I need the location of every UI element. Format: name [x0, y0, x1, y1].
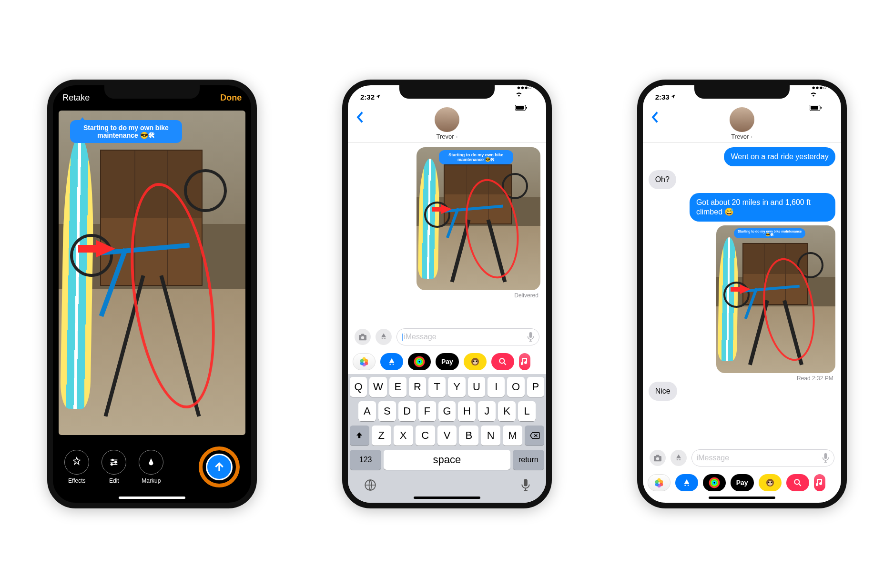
key-n[interactable]: N — [481, 426, 500, 446]
activity-app-button[interactable] — [703, 474, 726, 491]
camera-button[interactable] — [650, 450, 666, 466]
contact-name[interactable]: Trevor › — [731, 133, 752, 140]
sent-photo-message[interactable]: Starting to do my own bike maintenance 😎… — [716, 225, 835, 373]
key-shift[interactable] — [350, 426, 369, 446]
key-h[interactable]: H — [458, 401, 476, 421]
home-indicator[interactable] — [414, 497, 480, 499]
markup-button[interactable]: Markup — [139, 450, 163, 484]
dictation-keyboard-button[interactable] — [521, 479, 530, 491]
photo-thumbnail: Starting to do my own bike maintenance 😎… — [417, 147, 540, 290]
app-drawer-button[interactable] — [670, 450, 687, 466]
photo-caption-text: Starting to do my own bike maintenance 😎… — [738, 230, 802, 236]
back-button[interactable] — [356, 111, 364, 123]
key-v[interactable]: V — [437, 426, 457, 446]
svg-point-0 — [112, 459, 114, 461]
key-t[interactable]: T — [428, 377, 446, 397]
send-button[interactable] — [206, 454, 233, 480]
effects-button[interactable]: Effects — [64, 450, 89, 484]
key-return[interactable]: return — [513, 450, 544, 470]
contact-avatar[interactable] — [730, 107, 754, 132]
retake-button[interactable]: Retake — [62, 93, 90, 103]
photos-app-button[interactable] — [648, 474, 670, 491]
key-delete[interactable] — [525, 426, 544, 446]
key-g[interactable]: G — [438, 401, 456, 421]
read-receipt: Read 2:32 PM — [797, 375, 835, 382]
sent-message[interactable]: Went on a rad ride yesterday — [724, 147, 835, 166]
photos-app-button[interactable] — [353, 353, 376, 370]
key-i[interactable]: I — [488, 377, 505, 397]
photo-caption-bubble[interactable]: Starting to do my own bike maintenance 😎… — [70, 120, 182, 143]
svg-point-19 — [473, 361, 474, 362]
send-button-highlight — [199, 446, 240, 487]
key-u[interactable]: U — [468, 377, 485, 397]
received-message[interactable]: Oh? — [649, 170, 676, 189]
apple-pay-button[interactable]: Pay — [436, 353, 459, 370]
emoji-keyboard-button[interactable] — [364, 479, 376, 491]
notch — [104, 85, 200, 99]
home-indicator[interactable] — [119, 497, 185, 499]
message-thread[interactable]: Went on a rad ride yesterday Oh? Got abo… — [643, 142, 841, 446]
keyboard[interactable]: Q W E R T Y U I O P A S D F G H J K L Z — [348, 374, 546, 503]
key-d[interactable]: D — [398, 401, 416, 421]
music-app-button[interactable] — [519, 353, 530, 370]
key-l[interactable]: L — [518, 401, 536, 421]
key-j[interactable]: J — [478, 401, 496, 421]
key-b[interactable]: B — [459, 426, 478, 446]
svg-point-40 — [768, 482, 769, 483]
key-w[interactable]: W — [369, 377, 386, 397]
key-z[interactable]: Z — [372, 426, 391, 446]
apple-pay-button[interactable]: Pay — [731, 474, 754, 491]
key-k[interactable]: K — [498, 401, 516, 421]
tutorial-highlight-ring — [199, 446, 240, 487]
sent-message[interactable]: Got about 20 miles in and 1,600 ft climb… — [690, 193, 835, 222]
home-indicator[interactable] — [709, 497, 775, 499]
key-o[interactable]: O — [507, 377, 524, 397]
key-space[interactable]: space — [384, 450, 510, 470]
message-thread[interactable]: Starting to do my own bike maintenance 😎… — [348, 142, 546, 324]
app-store-button[interactable] — [380, 353, 403, 370]
contact-avatar[interactable] — [435, 107, 459, 132]
app-store-button[interactable] — [675, 474, 698, 491]
key-r[interactable]: R — [409, 377, 426, 397]
camera-button[interactable] — [355, 329, 371, 345]
dictation-button[interactable] — [527, 332, 534, 342]
app-drawer-button[interactable] — [376, 329, 392, 345]
key-m[interactable]: M — [503, 426, 522, 446]
images-search-button[interactable] — [491, 353, 514, 370]
key-f[interactable]: F — [418, 401, 436, 421]
key-q[interactable]: Q — [350, 377, 367, 397]
activity-app-button[interactable] — [408, 353, 431, 370]
notch — [694, 85, 790, 99]
key-y[interactable]: Y — [448, 377, 465, 397]
key-p[interactable]: P — [527, 377, 544, 397]
key-a[interactable]: A — [358, 401, 376, 421]
effects-icon — [64, 450, 89, 475]
dictation-button[interactable] — [822, 453, 829, 463]
key-x[interactable]: X — [394, 426, 413, 446]
app-strip[interactable]: Pay — [348, 349, 546, 374]
key-c[interactable]: C — [416, 426, 435, 446]
animoji-button[interactable] — [759, 474, 782, 491]
message-input-row: |iMessage — [348, 324, 546, 349]
done-button[interactable]: Done — [220, 93, 242, 103]
app-store-icon — [681, 477, 692, 488]
signal-icon: ●●●○ — [812, 84, 826, 91]
message-input[interactable]: iMessage — [691, 449, 834, 466]
key-s[interactable]: S — [378, 401, 396, 421]
sent-photo-message[interactable]: Starting to do my own bike maintenance 😎… — [417, 147, 540, 290]
message-input[interactable]: |iMessage — [396, 328, 539, 345]
photo-preview[interactable]: Starting to do my own bike maintenance 😎… — [59, 111, 245, 435]
svg-point-42 — [794, 479, 799, 484]
svg-rect-4 — [516, 106, 524, 110]
images-search-button[interactable] — [786, 474, 809, 491]
key-e[interactable]: E — [389, 377, 406, 397]
contact-name[interactable]: Trevor › — [436, 133, 457, 140]
edit-button[interactable]: Edit — [102, 450, 126, 484]
received-message[interactable]: Nice — [649, 382, 677, 401]
animoji-button[interactable] — [464, 353, 487, 370]
battery-icon — [515, 105, 534, 111]
back-button[interactable] — [650, 111, 659, 123]
key-numbers[interactable]: 123 — [350, 450, 381, 470]
music-app-button[interactable] — [814, 474, 825, 491]
svg-rect-5 — [526, 107, 527, 109]
